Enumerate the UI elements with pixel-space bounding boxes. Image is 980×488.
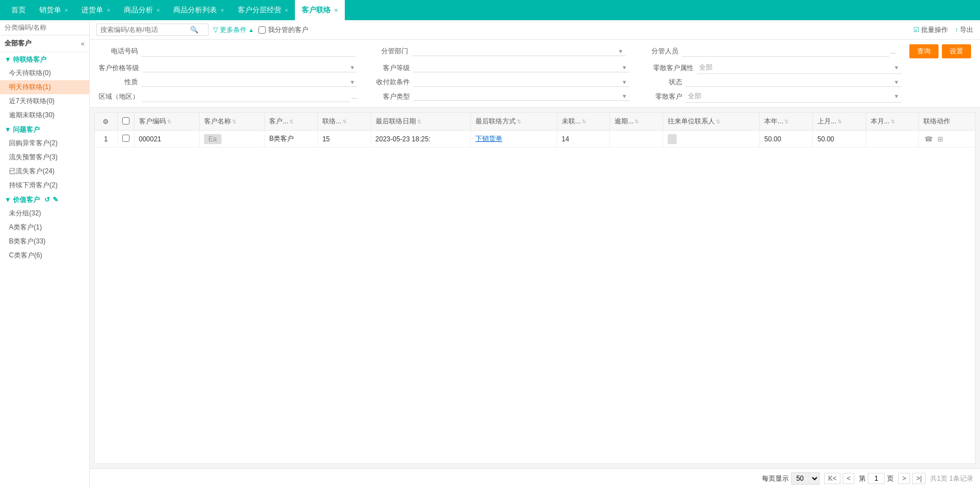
query-btn[interactable]: 查询 [909, 44, 939, 58]
sidebar-search-wrapper: 🔍 [0, 20, 89, 35]
customer-level-arrow-icon: ▼ [622, 65, 627, 71]
sidebar-item-tomorrow[interactable]: 明天待联络(1) [0, 80, 89, 94]
filter-dept-select[interactable]: ▼ [412, 47, 626, 56]
filter-customer-level-select[interactable]: ▼ [413, 63, 629, 72]
sidebar-item-b-class[interactable]: B类客户(33) [0, 234, 89, 248]
nav-home[interactable]: 首页 [4, 0, 33, 20]
th-last-contact-method-sort[interactable]: 最后联络方式 ⇅ [475, 117, 552, 126]
sidebar-item-7days[interactable]: 近7天待联络(0) [0, 94, 89, 108]
per-page-select[interactable]: 50 100 [791, 472, 820, 485]
close-product-analysis-list-icon[interactable]: × [220, 7, 224, 13]
more-filter-btn[interactable]: ▽ 更多条件 ▲ [213, 25, 254, 35]
nav-product-analysis[interactable]: 商品分析 × [117, 0, 167, 20]
my-customers-checkbox[interactable] [258, 26, 266, 34]
filter-status-select[interactable]: ▼ [686, 78, 902, 87]
prev-page-btn[interactable]: < [843, 473, 854, 484]
nav-sales-order[interactable]: 销货单 × [33, 0, 75, 20]
close-sales-order-icon[interactable]: × [64, 7, 68, 13]
sidebar-item-declining[interactable]: 持续下滑客户(2) [0, 178, 89, 192]
cell-last-contact-date: 2023-05-23 18:25: [371, 131, 471, 148]
sidebar-item-repurchase-abnormal[interactable]: 回购异常客户(2) [0, 136, 89, 150]
nav-customer-contact[interactable]: 客户联络 × [295, 0, 344, 20]
content-area: 🔍 ▽ 更多条件 ▲ 我分管的客户 ☑ 批量操作 ↑ 导出 [90, 20, 980, 488]
action-phone-icon[interactable]: ☎ [924, 135, 933, 143]
page-info: 第 页 [859, 473, 894, 484]
unit-contact-masked [668, 134, 677, 144]
gear-icon[interactable]: ⚙ [103, 118, 109, 126]
page-label: 第 [859, 474, 866, 484]
next-page-btn[interactable]: > [898, 473, 910, 484]
sidebar-item-ungroup[interactable]: 未分组(32) [0, 206, 89, 220]
th-unit-contact-sort[interactable]: 往来单位联系人 ⇅ [668, 117, 755, 126]
manager-ellipsis[interactable]: ... [890, 48, 896, 56]
close-customer-contact-icon[interactable]: × [334, 7, 338, 13]
th-contact-sort[interactable]: 联络... ⇅ [322, 117, 366, 126]
th-code-sort[interactable]: 客户编码 ⇅ [139, 117, 195, 126]
per-page-label: 每页显示 [762, 474, 789, 484]
first-page-btn[interactable]: K< [824, 473, 840, 484]
filter-nature-field: 性质 ▼ [99, 77, 357, 87]
export-btn[interactable]: ↑ 导出 [955, 25, 973, 35]
close-product-analysis-icon[interactable]: × [156, 7, 160, 13]
filter-nature-select[interactable]: ▼ [141, 78, 357, 87]
last-page-btn[interactable]: >| [912, 473, 926, 484]
set-btn[interactable]: 设置 [942, 44, 971, 58]
filter-manager-input[interactable] [682, 46, 889, 57]
th-not-contact-sort[interactable]: 未联... ⇅ [562, 117, 605, 126]
filter-payment-select[interactable]: ▼ [413, 78, 629, 87]
row-checkbox[interactable] [122, 135, 130, 142]
th-this-month-sort[interactable]: 本月... ⇅ [871, 117, 914, 126]
th-overdue-sort[interactable]: 逾期... ⇅ [614, 117, 658, 126]
nav-product-analysis-list[interactable]: 商品分析列表 × [167, 0, 230, 20]
last-month-sort-icon: ⇅ [838, 119, 842, 125]
filter-retail-customer-select[interactable]: 全部 ▼ [686, 90, 902, 103]
th-last-month: 上月... ⇅ [813, 113, 866, 131]
th-this-year: 本年... ⇅ [760, 113, 813, 131]
th-name-sort[interactable]: 客户名称 ⇅ [204, 117, 260, 126]
filter-region-input[interactable] [142, 91, 350, 102]
sidebar-group-pending: ▼ 待联络客户 [0, 52, 89, 66]
filter-retail-attr-select[interactable]: 全部 ▼ [697, 62, 902, 74]
my-customers-checkbox-label[interactable]: 我分管的客户 [258, 25, 308, 35]
region-ellipsis[interactable]: ... [352, 93, 357, 100]
filter-dept-field: 分管部门 ▼ [369, 47, 626, 56]
name-masked: Ea [204, 134, 221, 144]
sidebar-item-a-class[interactable]: A类客户(1) [0, 220, 89, 234]
filter-status-label: 状态 [643, 77, 682, 87]
page-input[interactable] [868, 473, 885, 484]
batch-op-btn[interactable]: ☑ 批量操作 [913, 25, 948, 35]
nav-purchase-order[interactable]: 进货单 × [75, 0, 117, 20]
code-sort-icon: ⇅ [167, 119, 172, 125]
action-more-icon[interactable]: ⊞ [937, 135, 943, 143]
retail-attr-arrow-icon: ▼ [894, 65, 899, 71]
select-all-checkbox[interactable] [122, 117, 130, 125]
sidebar-item-churn-warning[interactable]: 流失预警客户(3) [0, 150, 89, 164]
nav-customer-layered[interactable]: 客户分层经营 × [231, 0, 295, 20]
close-purchase-order-icon[interactable]: × [107, 7, 110, 13]
payment-arrow-icon: ▼ [622, 79, 627, 85]
filter-price-level-select[interactable]: ▼ [142, 63, 357, 72]
filter-nature-label: 性质 [99, 77, 138, 87]
th-last-contact-date-sort[interactable]: 最后联络日期 ⇅ [376, 117, 466, 126]
per-page-select-wrapper: 每页显示 50 100 [762, 472, 820, 485]
sidebar-item-churned[interactable]: 已流失客户(24) [0, 164, 89, 178]
th-last-month-sort[interactable]: 上月... ⇅ [817, 117, 861, 126]
sidebar-item-c-class[interactable]: C类客户(6) [0, 248, 89, 263]
table-area: ⚙ 客户编码 ⇅ 客户名称 [94, 112, 976, 464]
sidebar-item-overdue[interactable]: 逾期未联络(30) [0, 108, 89, 122]
filter-customer-type-select[interactable]: ▼ [413, 92, 629, 101]
th-type-sort[interactable]: 客户... ⇅ [269, 117, 313, 126]
search-input[interactable] [100, 26, 190, 34]
filter-customer-level-field: 客户等级 ▼ [371, 63, 629, 73]
cell-unit-contact [663, 131, 760, 148]
all-customers-header[interactable]: 全部客户 « [0, 35, 89, 52]
th-this-month: 本月... ⇅ [866, 113, 919, 131]
th-this-year-sort[interactable]: 本年... ⇅ [764, 117, 808, 126]
last-contact-method-link[interactable]: 下销货单 [475, 135, 502, 142]
search-icon[interactable]: 🔍 [190, 26, 198, 34]
close-customer-layered-icon[interactable]: × [285, 7, 288, 13]
filter-phone-input[interactable] [141, 46, 355, 57]
sidebar-item-today[interactable]: 今天待联络(0) [0, 66, 89, 80]
sidebar-search-input[interactable] [4, 24, 89, 31]
collapse-icon[interactable]: « [81, 40, 85, 48]
